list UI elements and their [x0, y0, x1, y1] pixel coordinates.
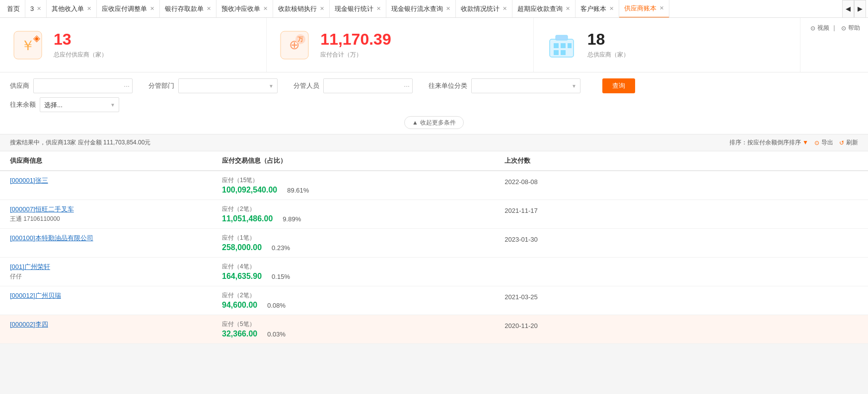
collapse-label: 收起更多条件: [420, 119, 456, 127]
nav-tab-cash-bank-stat[interactable]: 现金银行统计 ✕: [330, 0, 386, 18]
trans-amount-5[interactable]: 32,366.00: [222, 329, 257, 338]
export-button[interactable]: ⊙ 导出: [814, 138, 833, 147]
row-supplier-3: [001]广州荣轩 仔仔: [10, 263, 222, 281]
table-row: [000012]广州贝瑞 应付（2笔） 94,600.00 0.08% 2021…: [0, 286, 868, 315]
nav-tab-prepay[interactable]: 预收冲应收单 ✕: [217, 0, 273, 18]
close-icon[interactable]: ✕: [263, 5, 268, 12]
nav-tab-collection-stat[interactable]: 收款情况统计 ✕: [456, 0, 512, 18]
supplier-link-2[interactable]: [000100]本特勤油品有限公司: [10, 234, 93, 242]
close-icon[interactable]: ✕: [659, 5, 664, 11]
nav-tab-overdue[interactable]: 超期应收款查询 ✕: [512, 0, 576, 18]
nav-tab-home[interactable]: 首页: [2, 0, 25, 18]
trans-amount-3[interactable]: 164,635.90: [222, 272, 262, 281]
nav-next-arrow[interactable]: ▶: [854, 0, 866, 18]
last-pay-date-2: 2023-01-30: [505, 236, 538, 243]
supplier-input[interactable]: [33, 78, 133, 93]
circle-icon: ⊙: [810, 25, 815, 32]
balance-select[interactable]: 选择...: [40, 97, 119, 112]
supplier-input-wrap: ···: [33, 78, 133, 93]
results-summary: 搜索结果中，供应商13家 应付金额 111,703,854.00元: [10, 138, 150, 147]
person-input[interactable]: [323, 78, 413, 93]
close-icon[interactable]: ✕: [609, 5, 614, 12]
department-select[interactable]: [178, 78, 278, 93]
col-header-supplier: 供应商信息: [10, 156, 222, 165]
table-row: [000001]张三 应付（15笔） 100,092,540.00 89.61%…: [0, 171, 868, 200]
search-button[interactable]: 查询: [602, 78, 635, 93]
trans-label-5: 应付（5笔）: [222, 320, 505, 328]
row-lastpay-1: 2021-11-17: [505, 205, 717, 214]
summary-bar: ￥ ◈ 13 总应付供应商（家） ⊕ 万 11,170.39 应付合计（万）: [0, 18, 868, 72]
row-supplier-1: [000007]恒旺二手叉车 王通 17106110000: [10, 205, 222, 223]
supplier-link-0[interactable]: [000001]张三: [10, 177, 48, 184]
payable-suppliers-label: 总应付供应商（家）: [54, 51, 107, 59]
nav-tab-cash-flow[interactable]: 现金银行流水查询 ✕: [386, 0, 456, 18]
supplier-link-5[interactable]: [000002]李四: [10, 321, 48, 328]
close-icon[interactable]: ✕: [376, 5, 381, 12]
col-header-extra: [717, 156, 858, 165]
close-icon[interactable]: ✕: [446, 5, 450, 12]
filter-balance: 往来余额 选择... ▼: [10, 97, 119, 112]
help-link[interactable]: 帮助: [848, 24, 860, 32]
close-icon[interactable]: ✕: [87, 5, 91, 12]
trans-amount-0[interactable]: 100,092,540.00: [222, 186, 277, 195]
payable-total-number: 11,170.39: [320, 31, 391, 48]
supplier-link-3[interactable]: [001]广州荣轩: [10, 263, 50, 270]
close-icon[interactable]: ✕: [150, 5, 154, 12]
svg-text:￥: ￥: [21, 38, 35, 53]
row-supplier-5: [000002]李四: [10, 320, 222, 329]
results-bar: 搜索结果中，供应商13家 应付金额 111,703,854.00元 排序：按应付…: [0, 134, 868, 151]
filter-supplier: 供应商 ···: [10, 78, 133, 93]
nav-tab-supplier-ledger[interactable]: 供应商账本 ✕: [619, 0, 669, 18]
trans-amount-2[interactable]: 258,000.00: [222, 243, 262, 252]
nav-tab-bank-deposit[interactable]: 银行存取款单 ✕: [160, 0, 217, 18]
svg-rect-10: [568, 43, 572, 48]
svg-rect-12: [561, 50, 566, 55]
total-suppliers-icon: [546, 29, 578, 61]
separator: ｜: [831, 24, 837, 32]
supplier-link-1[interactable]: [000007]恒旺二手叉车: [10, 205, 74, 213]
nav-tab-collection[interactable]: 收款核销执行 ✕: [273, 0, 330, 18]
nav-tab-other-income[interactable]: 其他收入单 ✕: [47, 0, 97, 18]
table-row: [000100]本特勤油品有限公司 应付（1笔） 258,000.00 0.23…: [0, 229, 868, 258]
category-label: 往来单位分类: [429, 81, 467, 90]
category-select-wrap: ▼: [471, 78, 580, 93]
trans-row-5: 32,366.00 0.03%: [222, 329, 505, 338]
nav-tab-ar-ap-adjust[interactable]: 应收应付调整单 ✕: [97, 0, 160, 18]
table-row: [000007]恒旺二手叉车 王通 17106110000 应付（2笔） 11,…: [0, 200, 868, 229]
close-icon[interactable]: ✕: [37, 5, 41, 12]
supplier-label: 供应商: [10, 81, 29, 90]
trans-percent-1: 9.89%: [283, 215, 301, 223]
row-transaction-3: 应付（4笔） 164,635.90 0.15%: [222, 263, 505, 281]
trans-amount-4[interactable]: 94,600.00: [222, 301, 257, 310]
supplier-link-4[interactable]: [000012]广州贝瑞: [10, 292, 61, 299]
filter-row-2: 往来余额 选择... ▼: [10, 97, 858, 112]
sort-label: 排序：按应付余额倒序排序 ▼: [729, 138, 808, 147]
svg-rect-9: [561, 43, 566, 48]
row-lastpay-2: 2023-01-30: [505, 234, 717, 243]
last-pay-date-5: 2020-11-20: [505, 322, 538, 329]
collapse-button[interactable]: ▲ 收起更多条件: [404, 116, 464, 129]
department-select-wrap: ▼: [178, 78, 278, 93]
col-header-lastpay: 上次付数: [505, 156, 717, 165]
refresh-icon: ↺: [839, 139, 844, 146]
close-icon[interactable]: ✕: [566, 5, 570, 12]
close-icon[interactable]: ✕: [503, 5, 507, 12]
nav-tab-customer-ledger[interactable]: 客户账本 ✕: [576, 0, 619, 18]
table-row: [001]广州荣轩 仔仔 应付（4笔） 164,635.90 0.15%: [0, 258, 868, 286]
refresh-button[interactable]: ↺ 刷新: [839, 138, 858, 147]
nav-prev-arrow[interactable]: ◀: [842, 0, 854, 18]
close-icon[interactable]: ✕: [207, 5, 211, 12]
payable-total-content: 11,170.39 应付合计（万）: [320, 31, 391, 59]
nav-tab-3[interactable]: 3 ✕: [25, 0, 47, 18]
trans-amount-1[interactable]: 11,051,486.00: [222, 214, 273, 223]
trans-row-1: 11,051,486.00 9.89%: [222, 214, 505, 223]
summary-card-payable-total: ⊕ 万 11,170.39 应付合计（万）: [267, 18, 533, 72]
video-link[interactable]: 视频: [817, 24, 829, 32]
nav-arrows: ◀ ▶: [842, 0, 866, 18]
table-body: [000001]张三 应付（15笔） 100,092,540.00 89.61%…: [0, 171, 868, 344]
trans-row-2: 258,000.00 0.23%: [222, 243, 505, 252]
category-select[interactable]: [471, 78, 580, 93]
close-icon[interactable]: ✕: [320, 5, 324, 12]
trans-row-0: 100,092,540.00 89.61%: [222, 186, 505, 195]
payable-total-label: 应付合计（万）: [320, 51, 391, 59]
